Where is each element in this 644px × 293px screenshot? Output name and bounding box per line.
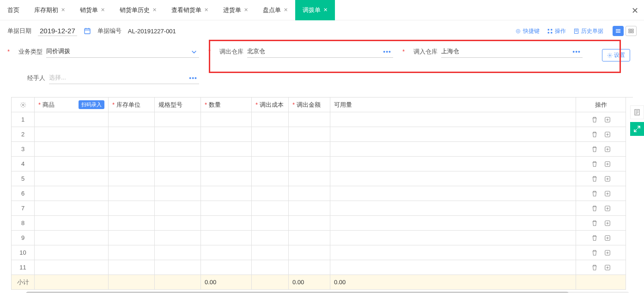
add-row-icon[interactable] (604, 146, 611, 153)
history-link[interactable]: 历史单据 (573, 27, 603, 35)
delete-row-icon[interactable] (591, 264, 598, 271)
delete-row-icon[interactable] (591, 220, 598, 226)
delete-row-icon[interactable] (591, 205, 598, 212)
tab-purchase-order[interactable]: 进货单✕ (216, 0, 255, 20)
svg-point-4 (516, 29, 520, 33)
row-number: 10 (12, 245, 35, 260)
row-ops (576, 127, 626, 142)
svg-rect-6 (548, 29, 549, 30)
operations-link[interactable]: 操作 (547, 27, 566, 35)
tab-home[interactable]: 首页 (0, 0, 27, 20)
row-ops (576, 157, 626, 171)
row-ops (576, 216, 626, 231)
close-icon[interactable]: ✕ (204, 7, 208, 13)
add-row-icon[interactable] (604, 131, 611, 138)
tab-inventory-opening[interactable]: 库存期初✕ (27, 0, 73, 20)
col-unit: * 库存单位 (109, 98, 155, 112)
biz-type-field[interactable]: * 业务类型 同价调拨 (7, 45, 199, 58)
row-number: 8 (12, 216, 35, 231)
svg-rect-0 (85, 29, 90, 34)
scan-badge[interactable]: 扫码录入 (79, 100, 104, 109)
in-warehouse-field[interactable]: * 调入仓库 上海仓 ••• (402, 45, 583, 58)
svg-rect-18 (629, 31, 631, 33)
close-icon[interactable]: ✕ (101, 7, 105, 13)
tab-view-sales[interactable]: 查看销货单✕ (164, 0, 216, 20)
tab-stocktake[interactable]: 盘点单✕ (255, 0, 295, 20)
subtotal-label: 小计 (12, 275, 35, 290)
col-spec: 规格型号 (155, 98, 201, 112)
row-number: 5 (12, 171, 35, 186)
close-icon[interactable]: ✕ (61, 7, 65, 13)
add-row-icon[interactable] (604, 205, 611, 212)
row-number: 9 (12, 231, 35, 245)
close-icon[interactable]: ✕ (323, 7, 328, 13)
add-row-icon[interactable] (604, 176, 611, 182)
handler-field[interactable]: 经手人 选择... ••• (7, 72, 199, 84)
row-number: 6 (12, 186, 35, 201)
form-fields: * 业务类型 同价调拨 经手人 选择... ••• * 调出仓库 北京仓 •••… (0, 42, 644, 97)
svg-rect-16 (629, 29, 631, 31)
col-product: * 商品扫码录入 (35, 98, 109, 112)
date-value[interactable]: 2019-12-27 (38, 26, 77, 36)
delete-row-icon[interactable] (591, 161, 598, 167)
row-ops (576, 260, 626, 275)
more-icon[interactable]: ••• (572, 48, 581, 55)
more-icon[interactable]: ••• (189, 74, 197, 82)
close-all-icon[interactable]: ✕ (632, 6, 638, 16)
delete-row-icon[interactable] (591, 146, 598, 153)
svg-rect-9 (551, 32, 552, 33)
svg-point-21 (22, 104, 24, 106)
add-row-icon[interactable] (604, 250, 611, 256)
column-settings[interactable] (12, 98, 35, 112)
delete-row-icon[interactable] (591, 190, 598, 197)
line-items-grid: * 商品扫码录入* 库存单位规格型号* 数量* 调出成本* 调出金额可用量操作1… (11, 97, 633, 293)
row-ops (576, 112, 626, 127)
row-number: 2 (12, 127, 35, 142)
col-qty: * 数量 (201, 98, 252, 112)
delete-row-icon[interactable] (591, 176, 598, 182)
notes-icon[interactable] (630, 105, 644, 119)
expand-icon[interactable] (630, 122, 644, 136)
add-row-icon[interactable] (604, 116, 611, 123)
delete-row-icon[interactable] (591, 116, 598, 123)
row-number: 11 (12, 260, 35, 275)
row-ops (576, 142, 626, 157)
close-icon[interactable]: ✕ (152, 7, 157, 13)
row-number: 4 (12, 157, 35, 171)
close-icon[interactable]: ✕ (244, 7, 248, 13)
row-ops (576, 201, 626, 216)
row-ops (576, 245, 626, 260)
delete-row-icon[interactable] (591, 131, 598, 138)
add-row-icon[interactable] (604, 190, 611, 197)
svg-rect-19 (632, 31, 633, 33)
close-icon[interactable]: ✕ (284, 7, 288, 13)
col-amount: * 调出金额 (289, 98, 330, 112)
chevron-down-icon[interactable] (191, 49, 197, 55)
calendar-icon[interactable] (84, 27, 91, 35)
svg-rect-7 (551, 29, 552, 30)
tab-sales-order[interactable]: 销货单✕ (73, 0, 112, 20)
tab-transfer-order[interactable]: 调拨单✕ (295, 0, 335, 20)
add-row-icon[interactable] (604, 220, 611, 226)
col-ops: 操作 (576, 98, 626, 112)
tab-bar: 首页 库存期初✕ 销货单✕ 销货单历史✕ 查看销货单✕ 进货单✕ 盘点单✕ 调拨… (0, 0, 644, 20)
view-list-button[interactable] (613, 26, 624, 36)
row-number: 1 (12, 112, 35, 127)
row-ops (576, 171, 626, 186)
out-warehouse-field[interactable]: * 调出仓库 北京仓 ••• (208, 45, 393, 58)
view-toggle (613, 26, 637, 36)
add-row-icon[interactable] (604, 264, 611, 271)
col-avail: 可用量 (330, 98, 576, 112)
view-grid-button[interactable] (626, 26, 637, 36)
date-label: 单据日期 (7, 27, 31, 35)
svg-point-5 (517, 30, 519, 31)
add-row-icon[interactable] (604, 235, 611, 241)
delete-row-icon[interactable] (591, 235, 598, 241)
hotkey-link[interactable]: 快捷键 (515, 27, 540, 35)
svg-rect-8 (548, 32, 549, 33)
tab-sales-history[interactable]: 销货单历史✕ (112, 0, 164, 20)
add-row-icon[interactable] (604, 161, 611, 167)
more-icon[interactable]: ••• (383, 48, 391, 55)
delete-row-icon[interactable] (591, 250, 598, 256)
row-ops (576, 186, 626, 201)
